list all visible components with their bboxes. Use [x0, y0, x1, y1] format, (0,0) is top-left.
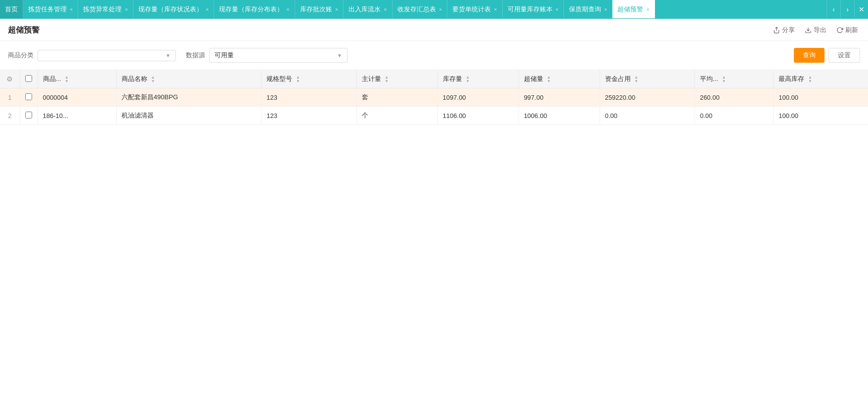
- cell-capital: 0.00: [600, 107, 694, 125]
- gear-icon[interactable]: ⚙: [6, 75, 13, 83]
- cell-product-code: 0000004: [38, 88, 116, 107]
- data-source-value: 可用量: [215, 51, 234, 60]
- data-source-select[interactable]: 可用量 ▼: [209, 48, 347, 63]
- nav-stock-dist[interactable]: 现存量（库存分布表） ×: [214, 0, 295, 19]
- table-header-row: ⚙ 商品... ▲▼ 商品名称 ▲▼ 规格型号 ▲▼: [0, 70, 868, 88]
- sort-icon: ▲▼: [151, 76, 155, 83]
- refresh-label: 刷新: [845, 26, 858, 35]
- select-all-checkbox[interactable]: [25, 75, 32, 82]
- row-number: 1: [0, 88, 20, 107]
- close-icon[interactable]: ×: [335, 6, 338, 12]
- col-product-name-header[interactable]: 商品名称 ▲▼: [116, 70, 261, 88]
- cell-spec: 123: [261, 107, 356, 125]
- export-button[interactable]: 导出: [803, 25, 828, 36]
- nav-available-stock[interactable]: 可用量库存账本 ×: [503, 0, 564, 19]
- chevron-down-icon: ▼: [166, 53, 171, 58]
- col-stock-header[interactable]: 库存量 ▲▼: [437, 70, 519, 88]
- share-icon: [773, 27, 780, 34]
- nav-close-all-button[interactable]: ✕: [854, 0, 868, 19]
- page-content: 超储预警 分享 导出 刷新 商品分类 ▼ 数据源: [0, 19, 868, 395]
- close-icon[interactable]: ×: [646, 6, 649, 12]
- nav-overstock[interactable]: 超储预警 ×: [612, 0, 654, 19]
- cell-overstock: 997.00: [519, 88, 600, 107]
- page-actions: 分享 导出 刷新: [771, 25, 860, 36]
- close-icon[interactable]: ×: [439, 6, 442, 12]
- nav-next-button[interactable]: ›: [840, 0, 854, 19]
- col-avg-header[interactable]: 平均... ▲▼: [694, 70, 773, 88]
- sort-icon: ▲▼: [65, 76, 69, 83]
- settings-button[interactable]: 设置: [828, 48, 860, 63]
- row-checkbox[interactable]: [25, 93, 32, 100]
- nav-inout[interactable]: 出入库流水 ×: [344, 0, 392, 19]
- nav-label: 保质期查询: [569, 5, 601, 14]
- col-maxstock-header[interactable]: 最高库存 ▲▼: [774, 70, 868, 88]
- nav-prev-button[interactable]: ‹: [826, 0, 840, 19]
- nav-exception[interactable]: 拣货异常处理 ×: [78, 0, 133, 19]
- sort-icon: ▲▼: [808, 76, 812, 83]
- cell-avg: 0.00: [694, 107, 773, 125]
- export-label: 导出: [814, 26, 826, 35]
- nav-label: 可用量库存账本: [508, 5, 553, 14]
- nav-home[interactable]: 首页: [0, 0, 23, 19]
- nav-stock-status[interactable]: 现存量（库存状况表） ×: [133, 0, 214, 19]
- table-row: 2 186-10... 机油滤清器 123 个 1106.00 1006.00 …: [0, 107, 868, 125]
- nav-label: 出入库流水: [348, 5, 381, 14]
- close-icon[interactable]: ×: [125, 6, 128, 12]
- nav-label: 现存量（库存分布表）: [219, 5, 283, 14]
- nav-home-label: 首页: [5, 5, 18, 14]
- cell-capital: 259220.00: [600, 88, 694, 107]
- col-spec-header[interactable]: 规格型号 ▲▼: [261, 70, 356, 88]
- close-icon[interactable]: ×: [384, 6, 387, 12]
- nav-label: 库存批次账: [300, 5, 332, 14]
- data-source-label: 数据源: [186, 51, 205, 60]
- table-row: 1 0000004 六配套新昌490BPG 123 套 1097.00 997.…: [0, 88, 868, 107]
- cell-stock: 1097.00: [437, 88, 519, 107]
- cell-stock: 1106.00: [437, 107, 519, 125]
- nav-quality[interactable]: 保质期查询 ×: [564, 0, 612, 19]
- sort-icon: ▲▼: [385, 76, 389, 83]
- filter-area: 商品分类 ▼ 数据源 可用量 ▼ 查询 设置: [0, 41, 868, 70]
- export-icon: [805, 27, 812, 34]
- refresh-button[interactable]: 刷新: [834, 25, 860, 36]
- query-button[interactable]: 查询: [794, 48, 825, 63]
- close-icon[interactable]: ×: [206, 6, 209, 12]
- row-checkbox-cell: [20, 88, 38, 107]
- top-nav: 首页 拣货任务管理 × 拣货异常处理 × 现存量（库存状况表） × 现存量（库存…: [0, 0, 868, 19]
- sort-icon: ▲▼: [634, 76, 638, 83]
- sort-icon: ▲▼: [296, 76, 300, 83]
- col-overstock-header[interactable]: 超储量 ▲▼: [519, 70, 600, 88]
- chevron-down-icon: ▼: [337, 53, 342, 58]
- nav-arrows: ‹ › ✕: [826, 0, 868, 19]
- cell-product-name: 机油滤清器: [116, 107, 261, 125]
- nav-batch[interactable]: 库存批次账 ×: [295, 0, 344, 19]
- sort-icon: ▲▼: [722, 76, 726, 83]
- cell-product-code: 186-10...: [38, 107, 116, 125]
- col-checkbox-header: [20, 70, 38, 88]
- data-source-filter: 数据源 可用量 ▼: [186, 48, 347, 63]
- nav-summary[interactable]: 收发存汇总表 ×: [392, 0, 447, 19]
- nav-label: 收发存汇总表: [397, 5, 436, 14]
- close-icon[interactable]: ×: [70, 6, 73, 12]
- close-icon[interactable]: ×: [604, 6, 607, 12]
- row-checkbox-cell: [20, 107, 38, 125]
- nav-task-mgmt[interactable]: 拣货任务管理 ×: [23, 0, 78, 19]
- page-header: 超储预警 分享 导出 刷新: [0, 19, 868, 41]
- product-category-select[interactable]: ▼: [38, 50, 176, 61]
- row-checkbox[interactable]: [25, 112, 32, 118]
- cell-overstock: 1006.00: [519, 107, 600, 125]
- col-settings-header: ⚙: [0, 70, 20, 88]
- share-button[interactable]: 分享: [771, 25, 797, 36]
- nav-label: 超储预警: [617, 5, 643, 14]
- close-icon[interactable]: ×: [286, 6, 289, 12]
- col-product-code-header[interactable]: 商品... ▲▼: [38, 70, 116, 88]
- close-icon[interactable]: ×: [494, 6, 497, 12]
- table-wrapper: ⚙ 商品... ▲▼ 商品名称 ▲▼ 规格型号 ▲▼: [0, 70, 868, 125]
- cell-product-name: 六配套新昌490BPG: [116, 88, 261, 107]
- nav-requisition[interactable]: 要货单统计表 ×: [447, 0, 502, 19]
- col-unit-header[interactable]: 主计量 ▲▼: [356, 70, 437, 88]
- col-capital-header[interactable]: 资金占用 ▲▼: [600, 70, 694, 88]
- cell-spec: 123: [261, 88, 356, 107]
- close-icon[interactable]: ×: [556, 6, 559, 12]
- cell-unit: 套: [356, 88, 437, 107]
- product-category-filter: 商品分类 ▼: [8, 50, 176, 61]
